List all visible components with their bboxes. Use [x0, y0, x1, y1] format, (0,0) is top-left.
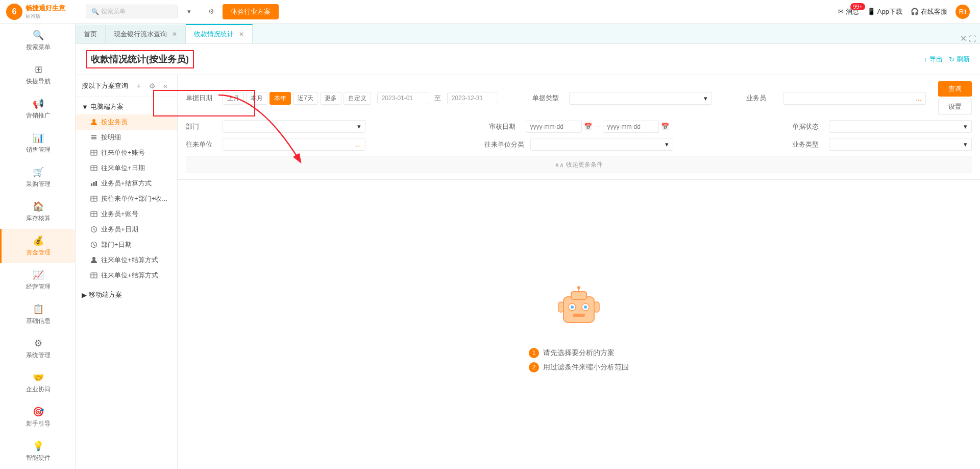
scheme-item-cp-dept-collection[interactable]: 按往来单位+部门+收... — [76, 191, 177, 206]
user-avatar[interactable]: Rit — [955, 5, 970, 19]
sidebar-item-sales[interactable]: 📊 销售管理 — [0, 126, 75, 160]
date-from-input[interactable] — [377, 92, 428, 104]
sidebar-item-quicknav[interactable]: ⊞ 快捷导航 — [0, 58, 75, 92]
app-download-button[interactable]: 📱 App下载 — [867, 7, 902, 16]
biz-type-select[interactable]: ▾ — [829, 138, 972, 151]
svg-rect-10 — [91, 183, 92, 186]
chevron-down-dept: ▾ — [357, 123, 361, 130]
header-search[interactable]: 🔍 搜索菜单 — [86, 5, 178, 18]
date-btn-custom[interactable]: 自定义 — [344, 92, 371, 105]
clock-icon-1 — [90, 225, 98, 233]
scheme-item-sp-account[interactable]: 业务员+账号 — [76, 206, 177, 222]
tab-home[interactable]: 首页 — [76, 25, 106, 43]
date-btn-7days[interactable]: 近7天 — [293, 92, 318, 105]
cp-category-label: 往来单位分类 — [484, 140, 524, 149]
collapse-scheme-icon[interactable]: « — [160, 80, 171, 91]
calendar-to-icon[interactable]: 📅 — [661, 123, 669, 130]
counterparty-select[interactable]: ... — [223, 138, 365, 151]
scheme-item-detail[interactable]: 按明细 — [76, 130, 177, 145]
salesperson-select[interactable]: ... — [783, 92, 926, 105]
header-settings-icon[interactable]: ⚙ — [204, 5, 218, 19]
scheme-panel-actions: + ⚙ « — [133, 80, 171, 91]
date-btn-last-month[interactable]: 上月 — [223, 92, 244, 105]
online-service-button[interactable]: 🎧 在线客服 — [911, 7, 947, 16]
date-btn-this-year[interactable]: 本年 — [270, 92, 291, 105]
scheme-item-counterparty-date[interactable]: 往来单位+日期 — [76, 160, 177, 176]
sidebar-item-operation[interactable]: 📈 经营管理 — [0, 263, 75, 297]
date-btn-more[interactable]: 更多 — [320, 92, 341, 105]
collapse-filter-btn[interactable]: ∧∧ 收起更多条件 — [186, 156, 972, 173]
scheme-item-sp-date[interactable]: 业务员+日期 — [76, 222, 177, 237]
tab-close-all-icon[interactable]: ✕ — [960, 34, 967, 43]
sidebar-item-purchase[interactable]: 🛒 采购管理 — [0, 160, 75, 195]
scheme-item-dept-date[interactable]: 部门+日期 — [76, 237, 177, 252]
sidebar-item-marketing[interactable]: 📢 营销推广 — [0, 92, 75, 126]
basic-icon: 📋 — [33, 303, 44, 315]
query-button[interactable]: 查询 — [938, 81, 972, 97]
logo-area: 6 畅捷通好生意 标准版 — [6, 4, 82, 20]
tab-maximize-icon[interactable]: ⛶ — [969, 35, 976, 43]
doc-status-label: 单据状态 — [792, 122, 823, 131]
scheme-item-by-salesperson[interactable]: 按业务员 — [76, 114, 177, 130]
tab-bank-flow-label: 现金银行流水查询 — [114, 30, 167, 39]
sidebar-label-purchase: 采购管理 — [26, 180, 51, 189]
empty-state: 1 请先选择要分析的方案 2 用过滤条件来缩小分析范围 — [178, 180, 980, 469]
user-name: Rit — [959, 8, 967, 15]
step-2-num: 2 — [529, 362, 539, 372]
date-to-input[interactable] — [447, 92, 498, 104]
tab-collection-stat-close[interactable]: ✕ — [239, 31, 244, 38]
scheme-item-salesperson-settlement[interactable]: 业务员+结算方式 — [76, 176, 177, 191]
collab-icon: 🤝 — [33, 372, 44, 383]
finance-icon: 💰 — [33, 235, 44, 246]
dept-select[interactable]: ▾ — [223, 120, 365, 133]
filter-section: 单据日期 上月 本月 本年 近7天 更多 自定义 至 — [178, 75, 980, 180]
doc-status-select[interactable]: ▾ — [829, 120, 972, 133]
filter-row-2: 部门 ▾ 审核日期 📅 — — [186, 120, 972, 133]
sidebar-item-hardware[interactable]: 💡 智能硬件 — [0, 434, 75, 468]
scheme-item-cp-settlement-2[interactable]: 往来单位+结算方式 — [76, 268, 177, 283]
sidebar-label-operation: 经营管理 — [26, 283, 51, 291]
svg-line-24 — [94, 245, 95, 246]
filter-row-3: 往来单位 ... 往来单位分类 ▾ — [186, 138, 972, 151]
tab-bank-flow-close[interactable]: ✕ — [172, 31, 177, 38]
gear-scheme-icon[interactable]: ⚙ — [146, 80, 158, 91]
sidebar-item-finance[interactable]: 💰 资金管理 — [0, 229, 75, 263]
tab-bank-flow[interactable]: 现金银行流水查询 ✕ — [106, 25, 186, 43]
trial-button[interactable]: 体验行业方案 — [223, 4, 279, 19]
settings-button[interactable]: 设置 — [938, 99, 972, 115]
scheme-item-counterparty-account[interactable]: 往来单位+账号 — [76, 145, 177, 160]
export-button[interactable]: ↑ 导出 — [924, 55, 943, 64]
page-header-actions: ↑ 导出 ↻ 刷新 — [924, 55, 970, 64]
add-scheme-icon[interactable]: + — [133, 80, 144, 91]
sidebar-item-collab[interactable]: 🤝 企业协同 — [0, 366, 75, 400]
svg-point-0 — [92, 119, 95, 122]
content-wrapper: 收款情况统计(按业务员) ↑ 导出 ↻ 刷新 按以下 — [76, 44, 980, 469]
sidebar-item-system[interactable]: ⚙ 系统管理 — [0, 332, 75, 366]
review-date-from[interactable] — [526, 121, 582, 133]
collapse-label: 收起更多条件 — [566, 160, 603, 169]
date-btn-this-month[interactable]: 本月 — [246, 92, 267, 105]
doc-type-select[interactable]: ▾ — [569, 92, 712, 105]
sidebar-item-guide[interactable]: 🎯 新手引导 — [0, 400, 75, 434]
scheme-group-mobile-header[interactable]: ▶ 移动端方案 — [76, 287, 177, 302]
header-dropdown-btn[interactable]: ▾ — [182, 5, 196, 19]
sidebar-item-search[interactable]: 🔍 搜索菜单 — [0, 24, 75, 58]
tab-collection-stat[interactable]: 收款情况统计 ✕ — [186, 24, 253, 43]
sidebar-item-inventory[interactable]: 🏠 库存核算 — [0, 195, 75, 229]
review-date-to[interactable] — [603, 121, 659, 133]
more-counterparty-icon[interactable]: ... — [355, 140, 361, 148]
scheme-group-desktop-header[interactable]: ▼ 电脑端方案 — [76, 99, 177, 114]
calendar-from-icon[interactable]: 📅 — [584, 123, 592, 130]
date-preset-group: 上月 本月 本年 近7天 更多 自定义 — [223, 92, 371, 105]
date-label: 单据日期 — [186, 93, 216, 103]
sidebar-item-basic[interactable]: 📋 基础信息 — [0, 297, 75, 332]
more-salesperson-icon[interactable]: ... — [916, 95, 921, 102]
scheme-item-cp-account-label: 往来单位+账号 — [101, 148, 145, 157]
chevron-down-cpcat: ▾ — [665, 140, 669, 148]
sidebar-label-basic: 基础信息 — [26, 317, 51, 325]
messages-button[interactable]: ✉ 消息 99+ — [838, 7, 859, 16]
cp-category-select[interactable]: ▾ — [530, 138, 673, 151]
scheme-item-cp-settlement-1[interactable]: 往来单位+结算方式 — [76, 252, 177, 268]
svg-rect-1 — [91, 135, 96, 136]
refresh-button[interactable]: ↻ 刷新 — [949, 55, 970, 64]
